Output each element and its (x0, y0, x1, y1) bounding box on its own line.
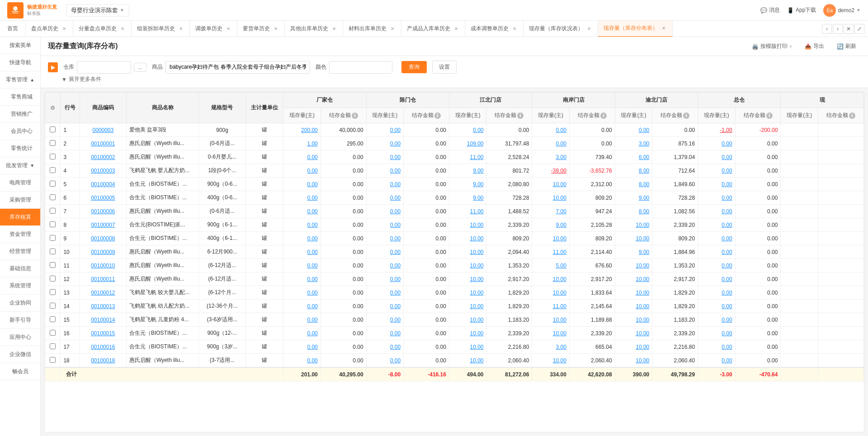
info-total-icon[interactable]: ℹ (766, 113, 773, 119)
cell-checkbox[interactable] (45, 272, 61, 286)
warehouse-ellipsis-btn[interactable]: ... (134, 63, 146, 72)
sidebar-item-retail-stats[interactable]: 零售统计 (0, 140, 40, 157)
settings-btn[interactable]: 设置 (432, 61, 457, 74)
close-tab-icon[interactable]: ✕ (61, 26, 67, 32)
info-fac-icon[interactable]: ℹ (352, 113, 358, 119)
sidebar-item-shortcut[interactable]: 快捷导航 (0, 54, 40, 71)
tab-assembly[interactable]: 组装拆卸单历史 ✕ (132, 21, 190, 37)
cell-checkbox[interactable] (45, 218, 61, 232)
sidebar-item-system[interactable]: 系统管理 (0, 277, 40, 295)
gear-icon[interactable]: ⚙ (50, 105, 55, 111)
filter-expand-btn[interactable]: ▶ (48, 62, 58, 72)
message-btn[interactable]: 💬 消息 (760, 6, 780, 14)
sidebar-item-retail-shop[interactable]: 零售商城 (0, 89, 40, 106)
close-tab-icon[interactable]: ✕ (178, 26, 184, 32)
close-tab-icon[interactable]: ✕ (119, 26, 126, 32)
cell-unit: 罐 (245, 354, 283, 368)
sidebar-item-wecom[interactable]: 企业微信 (0, 346, 40, 363)
sidebar-item-appstore[interactable]: 应用中心 (0, 329, 40, 346)
sidebar-item-enterprise[interactable]: 企业协同 (0, 295, 40, 312)
cell-checkbox[interactable] (45, 164, 61, 178)
tab-material-out[interactable]: 材料出库单历史 ✕ (343, 21, 401, 37)
tab-prev-btn[interactable]: ‹ (822, 24, 832, 34)
cell-checkbox[interactable] (45, 354, 61, 368)
table-container[interactable]: ⚙ 行号 商品编码 商品名称 规格型号 主计量单位 厂家仓 陈门仓 江北门店 南… (44, 92, 864, 432)
close-tab-icon[interactable]: ✕ (273, 26, 279, 32)
app-download-btn[interactable]: 📱 App下载 (787, 6, 816, 14)
cell-code: 00100012 (80, 286, 126, 300)
cell-checkbox[interactable] (45, 178, 61, 191)
cell-yubeimen-qty: 8.00 (615, 178, 652, 191)
cell-checkbox[interactable] (45, 313, 61, 327)
tab-close-btn[interactable]: ✕ (844, 24, 854, 34)
cell-fac-amt: 0.00 (321, 327, 366, 340)
cell-checkbox[interactable] (45, 150, 61, 164)
sidebar-item-inventory[interactable]: 库存核算 (0, 209, 40, 226)
filter-expand-link[interactable]: ▼ 展开更多条件 (61, 75, 861, 83)
info-chen-icon[interactable]: ℹ (434, 113, 441, 119)
cell-checkbox[interactable] (45, 191, 61, 205)
cell-fac-qty: 0.00 (283, 150, 321, 164)
close-tab-icon[interactable]: ✕ (389, 26, 396, 32)
tab-product-in[interactable]: 产成品入库单历史 ✕ (401, 21, 465, 37)
sidebar-item-purchase[interactable]: 采购管理 (0, 192, 40, 209)
warehouse-input[interactable] (77, 61, 131, 74)
tab-inventory-count[interactable]: 盘点单历史 ✕ (26, 21, 73, 37)
query-btn[interactable]: 查询 (401, 61, 427, 73)
tab-order[interactable]: 要货单历史 ✕ (237, 21, 285, 37)
refresh-btn[interactable]: 🔄 刷新 (832, 41, 861, 52)
close-tab-icon[interactable]: ✕ (453, 26, 459, 32)
info-jiangbei-icon[interactable]: ℹ (517, 113, 524, 119)
table-row: 3 00100002 惠氏启醒（Wyeth illu... 0-6月婴儿... … (45, 150, 864, 164)
close-tab-icon[interactable]: ✕ (511, 26, 518, 32)
cell-checkbox[interactable] (45, 327, 61, 340)
tab-home[interactable]: 首页 (0, 21, 26, 37)
sidebar-item-marketing[interactable]: 营销推广 (0, 106, 40, 123)
cell-checkbox[interactable] (45, 245, 61, 259)
tab-next-btn[interactable]: › (833, 24, 843, 34)
sidebar-item-members[interactable]: 畅会员 (0, 363, 40, 380)
goods-input[interactable] (165, 61, 310, 74)
logo-area: 畅捷通好生意 标准版 母婴行业演示陈套 ▼ (7, 2, 129, 19)
user-area[interactable]: Ea demo2 ▼ (823, 4, 861, 17)
cell-jiangbei-amt: 2,080.80 (486, 178, 532, 191)
tab-expand-btn[interactable]: ⤢ (854, 24, 864, 34)
tab-stock-status[interactable]: 现存量（库存状况表） ✕ (524, 21, 598, 37)
sidebar-item-member[interactable]: 会员中心 (0, 123, 40, 140)
sidebar-item-basic[interactable]: 基础信息 (0, 260, 40, 277)
cell-checkbox[interactable] (45, 259, 61, 272)
close-tab-icon[interactable]: ✕ (225, 26, 231, 32)
cell-checkbox[interactable] (45, 232, 61, 245)
sidebar-item-ecommerce[interactable]: 电商管理 (0, 174, 40, 192)
cell-total-qty: 0.00 (698, 327, 736, 340)
cell-checkbox[interactable] (45, 123, 61, 137)
sidebar-item-operations[interactable]: 经营管理 (0, 243, 40, 260)
color-input[interactable] (329, 61, 392, 74)
info-yubeimen-icon[interactable]: ℹ (683, 113, 689, 119)
th-gear[interactable]: ⚙ (45, 93, 61, 123)
th-cur-amt: 结存金额ℹ (818, 108, 863, 123)
tab-cost-adjust[interactable]: 成本调整单历史 ✕ (465, 21, 524, 37)
close-tab-icon[interactable]: ✕ (331, 26, 337, 32)
cell-checkbox[interactable] (45, 300, 61, 313)
print-btn[interactable]: 🖨️ 按模版打印 ▾ (747, 41, 797, 52)
cell-checkbox[interactable] (45, 286, 61, 300)
tab-other-out[interactable]: 其他出库单历史 ✕ (285, 21, 343, 37)
company-selector[interactable]: 母婴行业演示陈套 ▼ (66, 4, 129, 17)
close-tab-icon[interactable]: ✕ (660, 25, 667, 32)
sidebar-item-finance[interactable]: 资金管理 (0, 226, 40, 243)
sidebar-item-wholesale[interactable]: 批发管理 ▼ (0, 157, 40, 174)
export-btn[interactable]: 📤 导出 (800, 41, 829, 52)
tab-stock-dist[interactable]: 现存量（库存分布表） ✕ (598, 21, 673, 37)
info-nanan-icon[interactable]: ℹ (600, 113, 607, 119)
close-tab-icon[interactable]: ✕ (586, 26, 592, 32)
cell-checkbox[interactable] (45, 205, 61, 218)
sidebar-item-retail[interactable]: 零售管理 ▲ (0, 71, 40, 89)
sidebar-item-guide[interactable]: 新手引导 (0, 312, 40, 329)
cell-checkbox[interactable] (45, 340, 61, 354)
tab-transfer[interactable]: 调拨单历史 ✕ (190, 21, 237, 37)
info-cur-icon[interactable]: ℹ (849, 113, 855, 119)
tab-split-count[interactable]: 分量盘点单历史 ✕ (73, 21, 132, 37)
sidebar-item-search[interactable]: 搜索英单 (0, 37, 40, 54)
cell-checkbox[interactable] (45, 137, 61, 150)
